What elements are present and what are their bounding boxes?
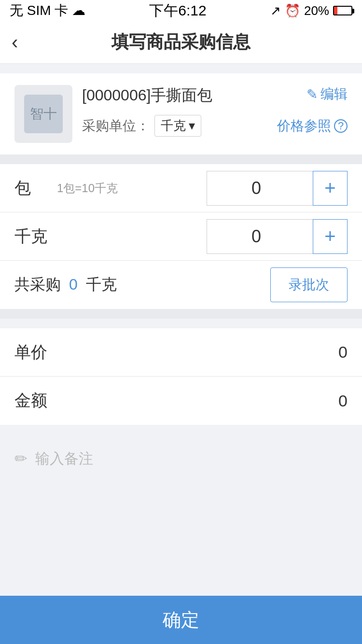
price-ref-label: 价格参照 xyxy=(277,117,331,135)
kg-label: 千克 xyxy=(14,225,53,248)
bao-plus-button[interactable]: + xyxy=(313,171,348,206)
edit-icon: ✎ xyxy=(306,86,318,102)
product-name: [0000006]手撕面包 xyxy=(82,85,212,106)
price-reference-button[interactable]: 价格参照 ? xyxy=(277,117,348,135)
status-time: 下午6:12 xyxy=(149,1,206,21)
sim-signal: 无 SIM 卡 ☁ xyxy=(10,1,85,20)
total-unit: 千克 xyxy=(86,276,117,293)
product-name-row: [0000006]手撕面包 ✎ 编辑 xyxy=(82,85,348,106)
product-card: 智十 [0000006]手撕面包 ✎ 编辑 采购单位： 千克 ▾ xyxy=(0,73,362,154)
product-unit-row: 采购单位： 千克 ▾ 价格参照 ? xyxy=(82,115,348,137)
product-image: 智十 xyxy=(14,85,72,143)
section-divider-2 xyxy=(0,309,362,319)
unit-price-label: 单价 xyxy=(14,341,47,364)
unit-select[interactable]: 千克 ▾ xyxy=(154,115,201,137)
total-text: 共采购 0 千克 xyxy=(14,274,117,295)
total-row: 共采购 0 千克 录批次 xyxy=(0,261,362,309)
kg-plus-button[interactable]: + xyxy=(313,219,348,254)
section-divider-1 xyxy=(0,154,362,164)
kg-quantity-input[interactable] xyxy=(207,219,313,254)
status-left: 无 SIM 卡 ☁ xyxy=(10,1,85,20)
info-icon: ? xyxy=(334,119,348,133)
notes-section[interactable]: ✏ 输入备注 xyxy=(0,434,362,483)
chevron-down-icon: ▾ xyxy=(189,118,195,133)
input-section: 包 1包=10千克 + 千克 + xyxy=(0,164,362,261)
price-section: 单价 0 金额 0 xyxy=(0,328,362,425)
confirm-button[interactable]: 确定 xyxy=(0,596,362,644)
notes-placeholder: 输入备注 xyxy=(35,449,93,469)
kg-input-row: 千克 + xyxy=(0,212,362,261)
product-logo: 智十 xyxy=(24,95,63,133)
amount-value: 0 xyxy=(338,392,348,410)
alarm-icon: ⏰ xyxy=(285,3,300,18)
status-bar: 无 SIM 卡 ☁ 下午6:12 ↗ ⏰ 20% xyxy=(0,0,362,21)
bao-hint: 1包=10千克 xyxy=(57,181,207,196)
bao-input-control: + xyxy=(207,171,348,206)
location-icon: ↗ xyxy=(270,3,281,18)
amount-row: 金额 0 xyxy=(0,377,362,425)
battery-percent: 20% xyxy=(304,3,329,18)
product-info: [0000006]手撕面包 ✎ 编辑 采购单位： 千克 ▾ 价格参照 ? xyxy=(82,85,348,137)
status-right: ↗ ⏰ 20% xyxy=(270,3,352,18)
bao-label: 包 xyxy=(14,177,53,199)
unit-label: 采购单位： xyxy=(82,117,150,135)
unit-price-row: 单价 0 xyxy=(0,328,362,377)
unit-value: 千克 xyxy=(161,117,186,134)
edit-label: 编辑 xyxy=(320,85,348,103)
total-amount: 0 xyxy=(69,276,78,293)
total-prefix: 共采购 xyxy=(14,276,61,293)
bao-quantity-input[interactable] xyxy=(207,171,313,206)
bao-input-row: 包 1包=10千克 + xyxy=(0,164,362,212)
batch-button[interactable]: 录批次 xyxy=(270,267,348,302)
back-button[interactable]: ‹ xyxy=(12,31,18,53)
pencil-icon: ✏ xyxy=(14,449,28,468)
amount-label: 金额 xyxy=(14,390,47,412)
unit-price-value: 0 xyxy=(338,343,348,362)
page-title: 填写商品采购信息 xyxy=(111,30,251,54)
battery-icon xyxy=(333,6,352,15)
edit-button[interactable]: ✎ 编辑 xyxy=(306,85,348,103)
kg-input-control: + xyxy=(207,219,348,254)
nav-bar: ‹ 填写商品采购信息 xyxy=(0,21,362,64)
